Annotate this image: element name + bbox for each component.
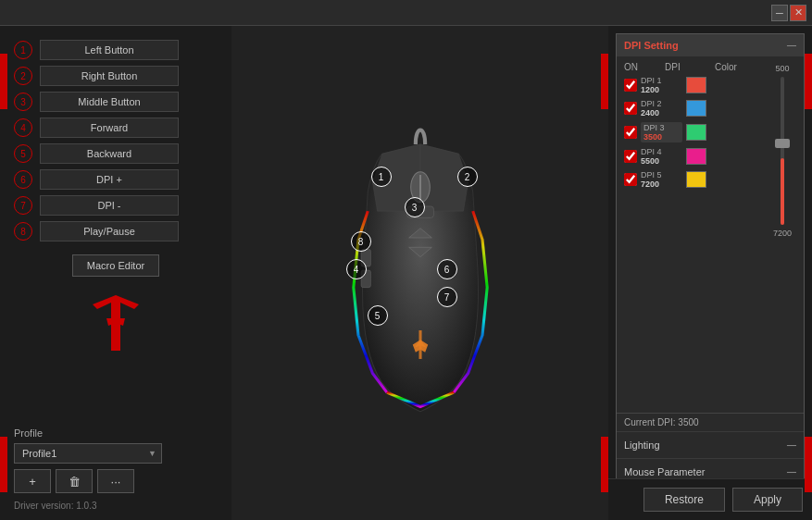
button-label[interactable]: Forward xyxy=(40,118,179,138)
list-item: 1 Left Button xyxy=(14,40,218,60)
profile-actions: + 🗑 ··· xyxy=(14,469,218,493)
apply-button[interactable]: Apply xyxy=(732,488,803,512)
button-number: 8 xyxy=(14,222,32,241)
deco-left xyxy=(601,54,608,109)
profile-section: Profile Profile1 + 🗑 ··· xyxy=(14,418,218,493)
restore-button[interactable]: Restore xyxy=(643,488,725,512)
deco-right xyxy=(601,437,608,492)
button-list: 1 Left Button 2 Right Button 3 Middle Bu… xyxy=(14,40,218,247)
button-number: 2 xyxy=(14,67,32,85)
dpi-name-val-2: DPI 2 2400 xyxy=(641,99,682,118)
lighting-collapse-icon: ─ xyxy=(787,439,796,452)
dpi-color-1[interactable] xyxy=(686,77,706,93)
button-label[interactable]: Play/Pause xyxy=(40,221,179,241)
dpi-name-val-4: DPI 4 5500 xyxy=(641,147,682,166)
button-label[interactable]: Backward xyxy=(40,143,179,164)
main-container: 1 Left Button 2 Right Button 3 Middle Bu… xyxy=(0,26,812,520)
list-item: 3 Middle Button xyxy=(14,92,218,112)
dpi-color-3[interactable] xyxy=(686,124,706,141)
mouse-label-7: 7 xyxy=(437,287,457,307)
dpi-value-1: 1200 xyxy=(641,85,682,94)
dpi-slider-container xyxy=(773,77,792,225)
button-number: 1 xyxy=(14,41,32,59)
lighting-header[interactable]: Lighting ─ xyxy=(624,432,796,458)
current-dpi: Current DPI: 3500 xyxy=(617,413,804,431)
button-number: 6 xyxy=(14,170,32,189)
dpi-panel: DPI Setting ─ ON DPI Color DPI 1 1200 xyxy=(616,33,805,513)
col-on: ON xyxy=(624,62,643,72)
list-item: 7 DPI - xyxy=(14,195,218,216)
button-number: 7 xyxy=(14,196,32,215)
dpi-color-4[interactable] xyxy=(686,148,706,165)
bottom-bar: Restore Apply xyxy=(608,478,812,520)
brand-logo xyxy=(88,291,144,355)
dpi-row: DPI 4 5500 xyxy=(624,147,763,166)
dpi-row: DPI 2 2400 xyxy=(624,99,763,118)
logo-area xyxy=(14,291,218,355)
left-panel: 1 Left Button 2 Right Button 3 Middle Bu… xyxy=(0,26,231,520)
minimize-button[interactable]: ─ xyxy=(771,5,788,21)
button-number: 4 xyxy=(14,118,32,137)
dpi-checkbox-2[interactable] xyxy=(624,102,637,115)
dpi-panel-title: DPI Setting xyxy=(624,40,679,51)
profile-select-wrapper: Profile1 xyxy=(14,443,162,464)
dpi-checkbox-1[interactable] xyxy=(624,79,637,92)
button-label[interactable]: Right Button xyxy=(40,66,179,86)
button-label[interactable]: DPI - xyxy=(40,195,179,216)
dpi-content: ON DPI Color DPI 1 1200 DPI 2 2400 xyxy=(617,56,804,413)
dpi-name-5: DPI 5 xyxy=(641,170,682,180)
mouse-label-8: 8 xyxy=(351,231,371,252)
dpi-value-4: 5500 xyxy=(641,156,682,166)
col-color: Color xyxy=(715,62,756,72)
list-item: 4 Forward xyxy=(14,118,218,138)
mouse-param-collapse-icon: ─ xyxy=(787,465,796,478)
mouse-label-4: 4 xyxy=(346,259,367,279)
dpi-rows-container: DPI 1 1200 DPI 2 2400 DPI 3 3500 DPI 4 5… xyxy=(624,76,763,189)
dpi-name-3: DPI 3 xyxy=(643,123,680,132)
slider-thumb[interactable] xyxy=(775,139,790,148)
profile-add-button[interactable]: + xyxy=(14,469,51,493)
button-label[interactable]: DPI + xyxy=(40,169,179,190)
dpi-value-2: 2400 xyxy=(641,108,682,118)
dpi-checkbox-3[interactable] xyxy=(624,126,637,139)
button-number: 5 xyxy=(14,144,32,163)
profile-select[interactable]: Profile1 xyxy=(14,443,162,464)
dpi-header-row: ON DPI Color xyxy=(624,62,763,72)
dpi-color-2[interactable] xyxy=(686,100,706,117)
col-dpi: DPI xyxy=(665,62,702,72)
dpi-name-val-5: DPI 5 7200 xyxy=(641,170,682,189)
mouse-label-2: 2 xyxy=(457,167,478,187)
close-button[interactable]: ✕ xyxy=(790,5,806,21)
macro-editor-button[interactable]: Macro Editor xyxy=(72,254,159,277)
mouse-area: 1 2 3 4 5 6 7 8 xyxy=(305,116,536,430)
list-item: 2 Right Button xyxy=(14,66,218,86)
button-number: 3 xyxy=(14,93,32,111)
center-panel: 1 2 3 4 5 6 7 8 xyxy=(231,26,608,520)
dpi-checkbox-5[interactable] xyxy=(624,173,637,186)
mouse-param-label: Mouse Parameter xyxy=(624,466,705,477)
slider-top-value: 500 xyxy=(775,64,789,73)
right-panel: DPI Setting ─ ON DPI Color DPI 1 1200 xyxy=(608,26,812,520)
button-label[interactable]: Middle Button xyxy=(40,92,179,112)
list-item: 6 DPI + xyxy=(14,169,218,190)
dpi-name-1: DPI 1 xyxy=(641,76,682,85)
dpi-value-3: 3500 xyxy=(643,132,680,142)
dpi-checkbox-4[interactable] xyxy=(624,150,637,163)
dpi-slider-area: 500 7200 xyxy=(768,62,796,407)
dpi-name-val-3: DPI 3 3500 xyxy=(641,122,682,142)
profile-more-button[interactable]: ··· xyxy=(97,469,134,493)
mouse-label-1: 1 xyxy=(371,167,392,187)
button-label[interactable]: Left Button xyxy=(40,40,179,60)
title-bar: ─ ✕ xyxy=(0,0,812,26)
dpi-left: ON DPI Color DPI 1 1200 DPI 2 2400 xyxy=(624,62,763,407)
profile-delete-button[interactable]: 🗑 xyxy=(56,469,93,493)
dpi-name-2: DPI 2 xyxy=(641,99,682,108)
list-item: 8 Play/Pause xyxy=(14,221,218,241)
dpi-color-5[interactable] xyxy=(686,171,706,188)
mouse-label-3: 3 xyxy=(405,197,425,217)
dpi-value-5: 7200 xyxy=(641,180,682,189)
dpi-name-val-1: DPI 1 1200 xyxy=(641,76,682,94)
profile-label: Profile xyxy=(14,427,218,439)
mouse-label-6: 6 xyxy=(437,259,457,279)
dpi-panel-minimize[interactable]: ─ xyxy=(787,39,796,52)
